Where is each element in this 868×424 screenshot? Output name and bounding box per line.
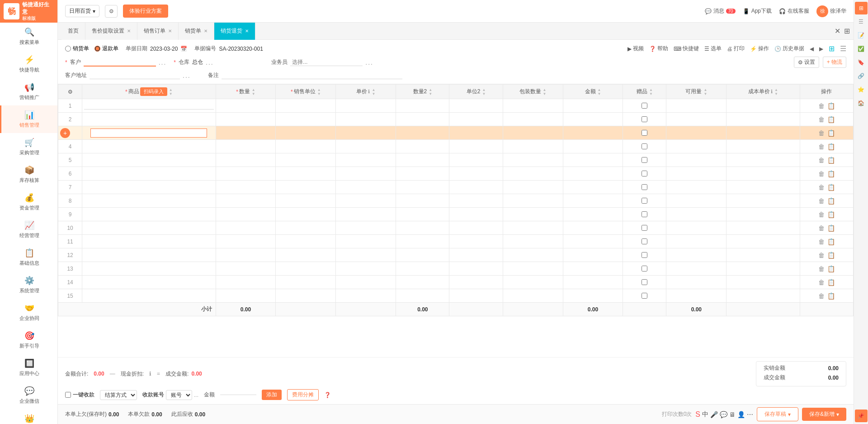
video-btn[interactable]: ▶ 视频 xyxy=(627,45,644,52)
gift-check-6[interactable] xyxy=(642,171,647,176)
add-payment-btn[interactable]: 添加 xyxy=(262,390,282,400)
copy-row-13-btn[interactable]: 📋 xyxy=(827,265,835,272)
unit-cell-3[interactable] xyxy=(276,126,336,140)
price-cell-3[interactable] xyxy=(336,126,396,140)
sidebar-item-quick-nav[interactable]: ⚡ 快捷导航 xyxy=(0,50,57,78)
rs-orange-active-btn[interactable]: 📌 xyxy=(855,410,868,422)
sidebar-item-wechat[interactable]: 💬 企业微信 xyxy=(0,381,57,409)
qty2-cell-3[interactable] xyxy=(396,126,449,140)
product-cell-2[interactable] xyxy=(82,113,216,126)
save-draft-btn[interactable]: 保存草稿 ▾ xyxy=(757,407,798,421)
history-btn[interactable]: 🕒 历史单据 xyxy=(774,45,804,52)
pack-sort[interactable]: ▲▼ xyxy=(543,88,547,96)
copy-row-9-btn[interactable]: 📋 xyxy=(827,211,835,218)
warehouse-dots[interactable]: ... xyxy=(206,59,214,66)
rs-checklist-btn[interactable]: ✅ xyxy=(855,43,868,55)
gift-check-4[interactable] xyxy=(642,143,647,149)
delete-row-8-btn[interactable]: 🗑 xyxy=(818,197,825,205)
delete-row-1-btn[interactable]: 🗑 xyxy=(818,102,825,110)
add-row-btn[interactable]: + xyxy=(60,128,70,138)
pack-cell-2[interactable] xyxy=(503,113,563,126)
amount-cell-3[interactable] xyxy=(563,126,623,140)
tab-sales-return[interactable]: 销货退货 ✕ xyxy=(214,23,255,40)
price-sort[interactable]: ▲▼ xyxy=(372,88,375,96)
delete-row-5-btn[interactable]: 🗑 xyxy=(818,157,825,164)
salesperson-dots[interactable]: ... xyxy=(365,59,373,66)
copy-row-3-btn[interactable]: 📋 xyxy=(827,129,835,137)
copy-row-10-btn[interactable]: 📋 xyxy=(827,224,835,232)
gift-check-12[interactable] xyxy=(642,252,647,258)
delete-row-15-btn[interactable]: 🗑 xyxy=(818,292,825,300)
copy-row-14-btn[interactable]: 📋 xyxy=(827,279,835,286)
unit2-sort[interactable]: ▲▼ xyxy=(482,88,486,96)
amount-sort[interactable]: ▲▼ xyxy=(598,88,601,96)
product-input-1[interactable] xyxy=(84,102,213,110)
add-row-btn-cell[interactable]: + xyxy=(58,126,82,140)
shortcut-btn[interactable]: ⌨ 快捷键 xyxy=(674,45,699,52)
online-service-btn[interactable]: 🎧 在线客服 xyxy=(779,7,809,15)
copy-row-11-btn[interactable]: 📋 xyxy=(827,238,835,245)
copy-row-15-btn[interactable]: 📋 xyxy=(827,292,835,300)
nav-prev-btn[interactable]: ◀ xyxy=(810,46,814,52)
gift-check-1[interactable] xyxy=(642,103,647,109)
delete-row-6-btn[interactable]: 🗑 xyxy=(818,170,825,177)
gift-check-3[interactable] xyxy=(642,130,647,136)
gift-sort[interactable]: ▲▼ xyxy=(649,88,653,96)
add-logistics-button[interactable]: + 物流 xyxy=(823,57,846,68)
rs-table-view-btn[interactable]: ⊞ xyxy=(855,2,868,14)
price-cell-2[interactable] xyxy=(336,113,396,126)
unit2-cell-2[interactable] xyxy=(449,113,503,126)
tab-sales-delivery-close[interactable]: ✕ xyxy=(204,29,208,33)
unit2-cell-1[interactable] xyxy=(449,99,503,113)
sidebar-item-system[interactable]: ⚙️ 系统管理 xyxy=(0,271,57,299)
delete-row-7-btn[interactable]: 🗑 xyxy=(818,184,825,191)
unit-sort[interactable]: ▲▼ xyxy=(317,88,321,96)
tab-sales-delivery[interactable]: 销货单 ✕ xyxy=(179,23,214,40)
set-button[interactable]: ⚙ 设置 xyxy=(794,57,819,68)
radio-sales-delivery-input[interactable] xyxy=(65,46,71,52)
delete-row-10-btn[interactable]: 🗑 xyxy=(818,224,825,232)
delete-row-11-btn[interactable]: 🗑 xyxy=(818,238,825,245)
sidebar-item-basics[interactable]: 📋 基础信息 xyxy=(0,243,57,271)
app-download-btn[interactable]: 📱 App下载 xyxy=(743,7,772,15)
tab-sales-return-close[interactable]: ✕ xyxy=(245,29,249,33)
qty2-cell-2[interactable] xyxy=(396,113,449,126)
copy-row-4-btn[interactable]: 📋 xyxy=(827,143,835,150)
gift-check-9[interactable] xyxy=(642,211,647,217)
screen-icon[interactable]: 🖥 xyxy=(729,411,736,418)
radio-return[interactable]: 退款单 xyxy=(94,45,118,52)
tab-price-settings-close[interactable]: ✕ xyxy=(127,29,131,33)
address-dots[interactable]: ... xyxy=(183,72,191,79)
unit-cell-2[interactable] xyxy=(276,113,336,126)
close-all-tabs-btn[interactable]: ✕ xyxy=(835,27,840,35)
sidebar-item-guide[interactable]: 🎯 新手引导 xyxy=(0,326,57,354)
radio-return-input[interactable] xyxy=(94,46,100,52)
cost-cell-3[interactable] xyxy=(726,126,800,140)
nav-next-btn[interactable]: ▶ xyxy=(819,46,823,52)
unit2-cell-3[interactable] xyxy=(449,126,503,140)
sidebar-item-inventory[interactable]: 📦 库存核算 xyxy=(0,161,57,188)
col-header-gear[interactable]: ⚙ xyxy=(58,85,82,99)
account-select[interactable]: 账号 xyxy=(166,390,192,400)
mic-icon[interactable]: 🎤 xyxy=(710,411,718,418)
save-new-btn[interactable]: 保存&新增 ▾ xyxy=(802,408,846,421)
chat-icon[interactable]: 💬 xyxy=(720,411,727,418)
more-icon[interactable]: ⋯ xyxy=(747,411,753,418)
view-table-icon[interactable]: ⊞ xyxy=(829,44,835,53)
delete-row-3-btn[interactable]: 🗑 xyxy=(818,129,825,137)
gift-check-2[interactable] xyxy=(642,116,647,122)
rs-link-btn[interactable]: 🔗 xyxy=(855,70,868,82)
product-sort[interactable]: ▲▼ xyxy=(169,88,173,96)
product-input-3[interactable] xyxy=(90,129,207,138)
rs-bookmark-btn[interactable]: 🔖 xyxy=(855,56,868,69)
delete-row-2-btn[interactable]: 🗑 xyxy=(818,116,825,123)
one-click-payment-checkbox[interactable]: 一键收款 xyxy=(65,391,94,399)
qty-sort[interactable]: ▲▼ xyxy=(252,88,255,96)
gift-cell-3[interactable] xyxy=(623,126,666,140)
sidebar-item-member[interactable]: 👑 畅会员 xyxy=(0,409,57,424)
amount-cell-1[interactable] xyxy=(563,99,623,113)
copy-row-12-btn[interactable]: 📋 xyxy=(827,252,835,259)
rs-note-btn[interactable]: 📝 xyxy=(855,29,868,42)
maximize-tab-btn[interactable]: ⊞ xyxy=(844,27,850,35)
dropdown-arrow-2[interactable]: ▾ xyxy=(836,411,839,418)
